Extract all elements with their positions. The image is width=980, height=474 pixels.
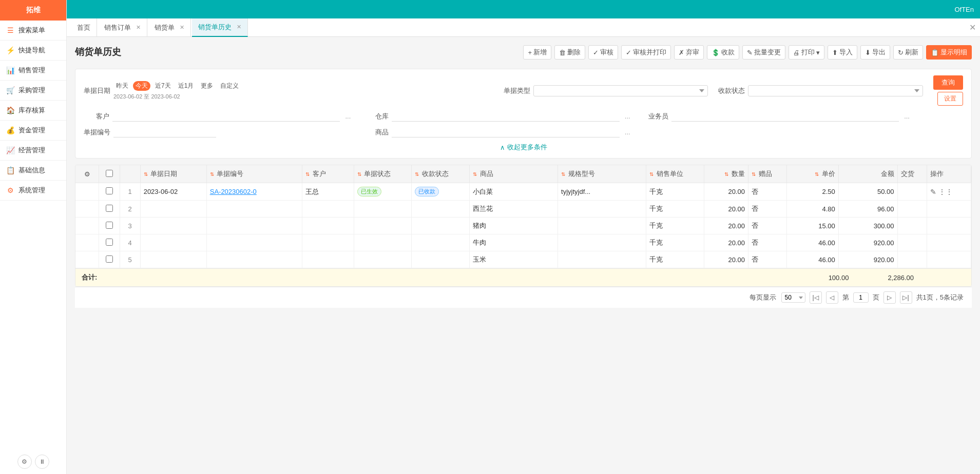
tab-home[interactable]: 首页 <box>71 18 97 37</box>
next-page-btn[interactable]: ▷ <box>883 291 896 304</box>
goods-ellipsis[interactable]: ... <box>623 128 632 136</box>
sort-icon: ⇅ <box>144 171 148 177</box>
sidebar-item-system-mgmt[interactable]: ⚙ 系统管理 <box>0 181 66 201</box>
sidebar-item-search-menu[interactable]: ☰ 搜索菜单 <box>0 21 66 41</box>
sidebar-settings-btn[interactable]: ⚙ <box>17 455 32 469</box>
date-yesterday[interactable]: 昨天 <box>113 81 131 91</box>
salesman-ellipsis[interactable]: ... <box>902 112 912 120</box>
query-buttons: 查询 设置 <box>933 75 963 106</box>
table-row: 4牛肉千克20.00否46.00920.00 <box>75 234 971 251</box>
query-button[interactable]: 查询 <box>933 75 963 90</box>
filter-customer-field: 客户 ... <box>84 111 353 122</box>
row-checkbox-0[interactable] <box>106 187 113 194</box>
col-price[interactable]: ⇅ 单价 <box>787 165 838 183</box>
edit-icon[interactable]: ✎ <box>930 188 936 196</box>
tab-sales-history[interactable]: 销货单历史 ✕ <box>192 18 248 37</box>
date-7days[interactable]: 近7天 <box>152 81 174 91</box>
more-conditions-toggle[interactable]: ∧ 收起更多条件 <box>84 143 963 152</box>
customer-ellipsis[interactable]: ... <box>343 112 353 120</box>
col-unit[interactable]: ⇅ 销售单位 <box>646 165 704 183</box>
warehouse-ellipsis[interactable]: ... <box>623 112 632 120</box>
table-row: 3猪肉千克20.00否15.00300.00 <box>75 218 971 234</box>
sidebar-item-sales-mgmt[interactable]: 📊 销售管理 <box>0 61 66 81</box>
sidebar-item-basic-info[interactable]: 📋 基础信息 <box>0 161 66 181</box>
col-qty[interactable]: ⇅ 数量 <box>704 165 748 183</box>
row-goods: 牛肉 <box>473 239 486 246</box>
export-button[interactable]: ⬇ 导出 <box>860 45 890 60</box>
delete-button[interactable]: 🗑 删除 <box>554 45 585 60</box>
date-today[interactable]: 今天 <box>133 81 150 91</box>
first-page-btn[interactable]: |◁ <box>810 291 822 304</box>
tab-sales-goods-close[interactable]: ✕ <box>180 24 184 31</box>
tab-sales-order[interactable]: 销售订单 ✕ <box>98 18 147 37</box>
col-action: 操作 <box>927 165 971 183</box>
row-checkbox-4[interactable] <box>106 255 113 263</box>
col-doc-status[interactable]: ⇅ 单据状态 <box>354 165 412 183</box>
import-button[interactable]: ⬆ 导入 <box>828 45 857 60</box>
col-goods[interactable]: ⇅ 商品 <box>470 165 558 183</box>
docno-input[interactable] <box>113 127 216 137</box>
more-icon[interactable]: ⋮⋮ <box>938 188 953 196</box>
sidebar-item-quick-nav[interactable]: ⚡ 快捷导航 <box>0 41 66 61</box>
tab-sales-order-close[interactable]: ✕ <box>136 24 141 31</box>
sidebar-pause-btn[interactable]: ⏸ <box>35 455 49 469</box>
set-button[interactable]: 设置 <box>937 92 963 106</box>
select-all-checkbox[interactable] <box>106 170 113 177</box>
audit-print-button[interactable]: ✓ 审核并打印 <box>621 45 671 60</box>
col-no[interactable]: ⇅ 单据编号 <box>206 165 302 183</box>
row-price: 15.00 <box>818 222 835 230</box>
goods-input[interactable] <box>392 127 619 137</box>
row-qty: 20.00 <box>728 205 745 213</box>
print-button[interactable]: 🖨 打印 ▾ <box>789 45 824 60</box>
sidebar-item-operations-mgmt[interactable]: 📈 经营管理 <box>0 141 66 161</box>
collapse-label: 收起更多条件 <box>507 143 547 152</box>
table-footer: 合计: 100.00 2,286.00 <box>75 268 971 286</box>
batch-change-icon: ✎ <box>747 49 753 56</box>
row-checkbox-3[interactable] <box>106 239 113 246</box>
page-input[interactable] <box>853 292 869 303</box>
show-detail-button[interactable]: 📋 显示明细 <box>926 45 972 60</box>
col-check[interactable] <box>99 165 120 183</box>
collect-icon: 💲 <box>712 49 720 56</box>
date-1month[interactable]: 近1月 <box>176 81 197 91</box>
row-checkbox-2[interactable] <box>106 222 113 229</box>
abandon-button[interactable]: ✗ 弃审 <box>674 45 704 60</box>
row-pay-status: 已收款 <box>415 187 439 196</box>
row-doc-no[interactable]: SA-20230602-0 <box>210 188 257 195</box>
customer-input[interactable] <box>112 111 340 122</box>
sidebar-item-inventory[interactable]: 🏠 库存核算 <box>0 101 66 121</box>
import-icon: ⬆ <box>832 49 838 56</box>
last-page-btn[interactable]: ▷| <box>900 291 912 304</box>
row-checkbox-1[interactable] <box>106 205 113 212</box>
col-spec[interactable]: ⇅ 规格型号 <box>558 165 646 183</box>
gear-icon[interactable]: ⚙ <box>84 170 90 178</box>
sidebar-item-finance-mgmt[interactable]: 💰 资金管理 <box>0 121 66 141</box>
pay-status-select[interactable] <box>748 85 923 96</box>
tabs-close-all[interactable]: ✕ <box>969 23 976 32</box>
tabs-bar-end: ✕ <box>969 23 976 32</box>
batch-change-button[interactable]: ✎ 批量变更 <box>742 45 785 60</box>
audit-button[interactable]: ✓ 审核 <box>588 45 618 60</box>
date-custom[interactable]: 自定义 <box>218 81 241 91</box>
refresh-button[interactable]: ↻ 刷新 <box>893 45 923 60</box>
sidebar-item-purchase-mgmt[interactable]: 🛒 采购管理 <box>0 81 66 101</box>
col-gear[interactable]: ⚙ <box>75 165 99 183</box>
tab-sales-history-close[interactable]: ✕ <box>237 24 241 30</box>
prev-page-btn[interactable]: ◁ <box>826 291 838 304</box>
tab-sales-goods[interactable]: 销货单 ✕ <box>148 18 191 37</box>
doc-type-select[interactable] <box>533 85 708 96</box>
sort-icon: ⇅ <box>305 171 310 177</box>
date-more[interactable]: 更多 <box>198 81 216 91</box>
collect-button[interactable]: 💲 收款 <box>707 45 739 60</box>
filter-row-3: 单据编号 商品 ... <box>84 127 963 137</box>
warehouse-input[interactable] <box>392 111 619 122</box>
sort-icon: ⇅ <box>649 171 654 177</box>
col-date[interactable]: ⇅ 单据日期 <box>140 165 206 183</box>
new-button[interactable]: + 新增 <box>523 45 551 60</box>
col-pay-status[interactable]: ⇅ 收款状态 <box>412 165 470 183</box>
col-customer[interactable]: ⇅ 客户 <box>302 165 354 183</box>
row-date: 2023-06-02 <box>144 188 178 195</box>
col-gift[interactable]: ⇅ 赠品 <box>748 165 786 183</box>
salesman-input[interactable] <box>671 111 899 122</box>
page-size-select[interactable]: 50 100 200 <box>781 292 805 303</box>
